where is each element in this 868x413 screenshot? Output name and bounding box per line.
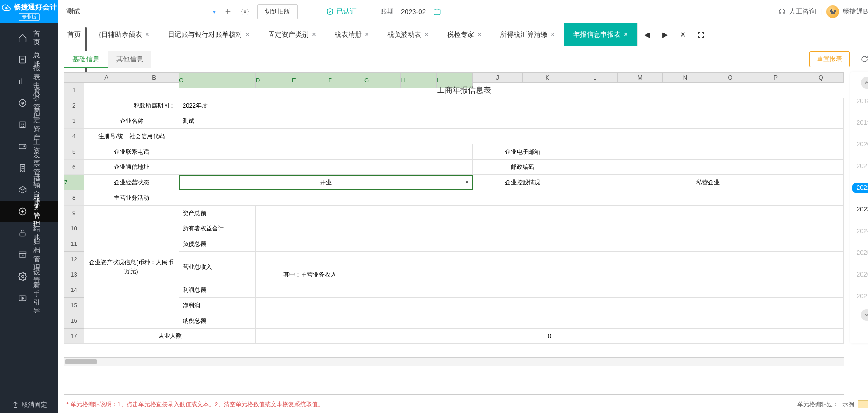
cell[interactable]: 负债总额	[179, 236, 256, 251]
horizontal-scrollbar[interactable]	[64, 357, 844, 366]
cell[interactable]: 利润总额	[179, 282, 256, 297]
consult-button[interactable]: 人工咨询	[778, 7, 816, 16]
tab-home[interactable]: 首页	[58, 23, 90, 46]
user-menu[interactable]: 🐿 畅捷通B组...	[826, 5, 868, 18]
logo[interactable]: 畅捷通好会计 专业版	[0, 0, 58, 23]
rowhdr[interactable]: 4	[64, 129, 84, 144]
colhdr-a[interactable]: A	[84, 73, 129, 82]
colhdr-j[interactable]: J	[473, 73, 523, 82]
colhdr-l[interactable]: L	[572, 73, 618, 82]
cell[interactable]	[256, 252, 844, 267]
tab-tax-expert[interactable]: 税检专家✕	[438, 23, 491, 46]
colhdr-m[interactable]: M	[618, 73, 663, 82]
nav-salary[interactable]: 工资	[0, 136, 58, 157]
reset-button[interactable]: 重置报表	[809, 51, 850, 67]
active-cell-dropdown[interactable]: 开业▼	[179, 175, 473, 190]
merged-cell[interactable]: 企业资产状况信息(币种：人民币万元)	[84, 206, 179, 329]
scrollbar-thumb[interactable]	[65, 359, 97, 364]
nav-psi[interactable]: 进销台账	[0, 179, 58, 201]
cell[interactable]: 从业人数	[84, 329, 256, 343]
cell[interactable]	[256, 298, 844, 313]
calendar-icon[interactable]	[433, 8, 441, 16]
cell[interactable]: 税款所属期间：	[84, 98, 179, 113]
rowhdr[interactable]: 1	[64, 83, 84, 98]
cell[interactable]: 其中：主营业务收入	[256, 267, 364, 282]
nav-settings[interactable]: 设置	[0, 266, 58, 287]
nav-closing[interactable]: 结账	[0, 222, 58, 244]
cell[interactable]	[364, 267, 844, 282]
tab-balance[interactable]: {目辅助余额表✕	[90, 23, 159, 46]
settings-button[interactable]	[240, 7, 250, 17]
nav-reports[interactable]: 报表中心	[0, 70, 58, 92]
year-up-button[interactable]	[861, 77, 868, 89]
add-button[interactable]	[223, 7, 233, 17]
colhdr-n[interactable]: N	[663, 73, 708, 82]
cell[interactable]: 企业电子邮箱	[473, 144, 572, 159]
nav-home[interactable]: 首页	[0, 27, 58, 49]
rowhdr[interactable]: 7	[64, 175, 84, 190]
year-option[interactable]: 2020年	[856, 134, 868, 155]
nav-tax[interactable]: 税务管理	[0, 201, 58, 222]
tabs-close-button[interactable]: ✕	[674, 23, 692, 46]
cell[interactable]	[179, 190, 844, 205]
year-option-active[interactable]: 2022年	[852, 183, 868, 193]
rowhdr[interactable]: 2	[64, 98, 84, 113]
rowhdr[interactable]: 8	[64, 190, 84, 205]
year-down-button[interactable]	[861, 309, 868, 321]
rowhdr[interactable]: 9	[64, 206, 84, 221]
cell[interactable]	[256, 221, 844, 236]
tab-income-tax[interactable]: 所得税汇算清缴✕	[491, 23, 564, 46]
tabs-next-button[interactable]: ▶	[656, 23, 674, 46]
subtab-basic[interactable]: 基础信息	[64, 51, 108, 68]
colhdr-p[interactable]: P	[753, 73, 798, 82]
close-icon[interactable]: ✕	[623, 31, 628, 38]
verified-badge[interactable]: 已认证	[326, 7, 357, 16]
rowhdr[interactable]: 15	[64, 298, 84, 313]
year-option[interactable]: 2027年	[856, 286, 868, 307]
rowhdr[interactable]: 17	[64, 329, 84, 343]
colhdr-q[interactable]: Q	[798, 73, 844, 82]
company-select[interactable]: 测试 ▾	[66, 4, 216, 19]
close-icon[interactable]: ✕	[245, 31, 250, 38]
rowhdr[interactable]: 10	[64, 221, 84, 236]
refresh-button[interactable]: 刷新	[861, 55, 868, 63]
cell[interactable]: 2022年度	[179, 98, 844, 113]
year-option[interactable]: 2026年	[856, 264, 868, 286]
year-option[interactable]: 2019年	[856, 112, 868, 134]
close-icon[interactable]: ✕	[364, 31, 369, 38]
unpin-button[interactable]: 取消固定	[0, 397, 58, 413]
cell[interactable]	[179, 160, 473, 174]
close-icon[interactable]: ✕	[550, 31, 555, 38]
rowhdr[interactable]: 13	[64, 267, 84, 282]
cell[interactable]: 企业通信地址	[84, 160, 179, 174]
subtab-other[interactable]: 其他信息	[108, 51, 151, 68]
year-option[interactable]: 2025年	[856, 242, 868, 264]
cell[interactable]	[179, 144, 473, 159]
year-option[interactable]: 2021年	[856, 155, 868, 177]
spreadsheet[interactable]: A B C D E F G H I J K L M N O P Q	[64, 72, 844, 395]
rowhdr[interactable]: 16	[64, 313, 84, 329]
tab-tax-move[interactable]: 税负波动表✕	[378, 23, 438, 46]
cell[interactable]	[572, 160, 844, 174]
nav-invoice[interactable]: 发票管理	[0, 157, 58, 179]
cell[interactable]	[256, 313, 844, 328]
cell[interactable]: 资产总额	[179, 206, 256, 221]
close-icon[interactable]: ✕	[145, 31, 150, 38]
cell[interactable]	[179, 129, 844, 144]
colhdr-o[interactable]: O	[708, 73, 753, 82]
year-option[interactable]: 2018年	[856, 90, 868, 112]
cell[interactable]	[572, 144, 844, 159]
cell[interactable]: 企业名称	[84, 113, 179, 128]
cell[interactable]: 0	[256, 329, 844, 343]
year-option[interactable]: 2023年	[856, 199, 868, 221]
cell[interactable]	[256, 282, 844, 297]
cell[interactable]: 主营业务活动	[84, 190, 179, 205]
close-icon[interactable]: ✕	[424, 31, 429, 38]
colhdr-k[interactable]: K	[523, 73, 572, 82]
cell[interactable]: 纳税总额	[179, 313, 256, 328]
fullscreen-button[interactable]	[692, 23, 710, 46]
rowhdr[interactable]: 12	[64, 252, 84, 267]
switch-old-button[interactable]: 切到旧版	[257, 4, 298, 19]
cell[interactable]: 企业控股情况	[473, 175, 572, 190]
close-icon[interactable]: ✕	[311, 31, 316, 38]
